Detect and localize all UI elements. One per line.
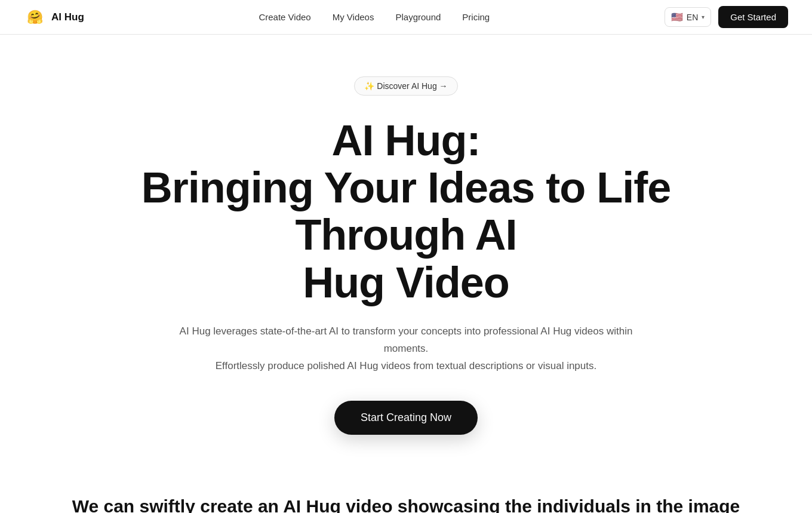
brand-area: 🤗 AI Hug bbox=[24, 7, 84, 28]
start-creating-button[interactable]: Start Creating Now bbox=[334, 401, 478, 435]
hero-title-line1: AI Hug: bbox=[332, 116, 481, 164]
section-tagline-area: We can swiftly create an AI Hug video sh… bbox=[0, 465, 812, 513]
nav-playground[interactable]: Playground bbox=[395, 12, 441, 22]
hero-subtitle: AI Hug leverages state-of-the-art AI to … bbox=[179, 323, 633, 375]
get-started-button[interactable]: Get Started bbox=[718, 6, 788, 28]
hero-section: ✨ Discover AI Hug → AI Hug: Bringing You… bbox=[0, 35, 812, 465]
hero-subtitle-line2: Effortlessly produce polished AI Hug vid… bbox=[216, 360, 596, 371]
nav-links: Create Video My Videos Playground Pricin… bbox=[259, 12, 490, 22]
navbar-right: 🇺🇸 EN ▾ Get Started bbox=[665, 6, 788, 28]
brand-logo: 🤗 bbox=[24, 7, 45, 28]
hero-subtitle-line1: AI Hug leverages state-of-the-art AI to … bbox=[180, 325, 633, 354]
hero-title-line3: Hug Video bbox=[303, 259, 509, 306]
flag-icon: 🇺🇸 bbox=[671, 11, 683, 23]
navbar: 🤗 AI Hug Create Video My Videos Playgrou… bbox=[0, 0, 812, 35]
nav-my-videos[interactable]: My Videos bbox=[333, 12, 374, 22]
nav-create-video[interactable]: Create Video bbox=[259, 12, 310, 22]
hero-title: AI Hug: Bringing Your Ideas to Life Thro… bbox=[78, 117, 734, 306]
lang-label: EN bbox=[687, 13, 698, 22]
hero-title-line2: Bringing Your Ideas to Life Through AI bbox=[142, 164, 670, 259]
discover-badge[interactable]: ✨ Discover AI Hug → bbox=[354, 76, 457, 96]
section-tagline-heading: We can swiftly create an AI Hug video sh… bbox=[24, 494, 788, 513]
chevron-down-icon: ▾ bbox=[702, 14, 705, 20]
nav-pricing[interactable]: Pricing bbox=[462, 12, 490, 22]
language-selector[interactable]: 🇺🇸 EN ▾ bbox=[665, 7, 711, 27]
brand-name: AI Hug bbox=[51, 11, 84, 23]
